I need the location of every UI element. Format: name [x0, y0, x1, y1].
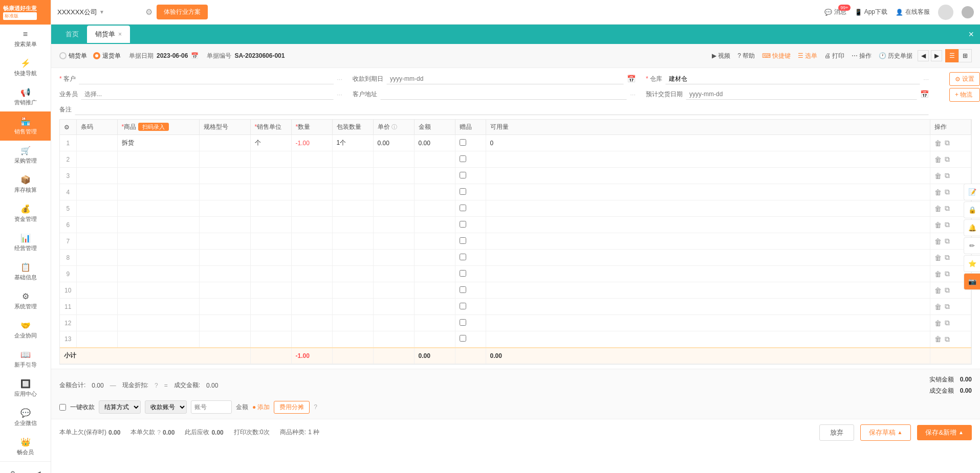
row-amount[interactable] — [414, 151, 455, 168]
row-gift[interactable] — [455, 266, 486, 282]
row-amount[interactable] — [414, 282, 455, 299]
delete-icon[interactable]: 🗑 — [934, 319, 942, 327]
row-amount[interactable] — [414, 250, 455, 266]
row-unit[interactable] — [250, 233, 291, 250]
row-pkg-qty[interactable] — [332, 233, 373, 250]
shortcut-btn[interactable]: ⌨ 快捷键 — [760, 51, 793, 61]
row-barcode[interactable] — [76, 151, 117, 168]
company-selector[interactable]: XXXXXX公司 ▼ — [57, 8, 139, 17]
sidebar-item-system[interactable]: ⚙ 系统管理 — [0, 286, 51, 316]
row-pkg-qty[interactable] — [332, 217, 373, 233]
addr-dots-icon[interactable]: ··· — [630, 91, 636, 98]
row-spec[interactable] — [199, 135, 250, 151]
copy-icon[interactable]: ⧉ — [945, 237, 950, 245]
row-price[interactable] — [373, 233, 414, 250]
row-gift[interactable] — [455, 315, 486, 331]
prev-page-btn[interactable]: ◀ — [918, 50, 929, 61]
copy-icon[interactable]: ⧉ — [945, 335, 950, 344]
save-new-btn[interactable]: 保存&新增 ▲ — [917, 425, 972, 440]
row-barcode[interactable] — [76, 168, 117, 184]
row-pkg-qty[interactable] — [332, 315, 373, 331]
rfloat-lock-btn[interactable]: 🔒 — [964, 201, 980, 218]
row-spec[interactable] — [199, 233, 250, 250]
row-gift[interactable] — [455, 331, 486, 348]
customer-addr-input[interactable] — [380, 88, 627, 100]
row-product[interactable] — [117, 282, 199, 299]
row-qty[interactable] — [291, 233, 332, 250]
delete-icon[interactable]: 🗑 — [934, 188, 942, 196]
row-amount[interactable] — [414, 331, 455, 348]
row-qty[interactable] — [291, 217, 332, 233]
tab-sales-order[interactable]: 销货单 × — [87, 26, 130, 43]
message-btn[interactable]: 💬 消息 99+ — [824, 8, 846, 16]
salesman-input[interactable] — [81, 88, 334, 100]
salesman-dots-icon[interactable]: ··· — [337, 91, 342, 98]
row-gift[interactable] — [455, 184, 486, 200]
row-amount[interactable] — [414, 200, 455, 217]
print-btn[interactable]: 🖨 打印 — [822, 51, 846, 61]
save-draft-btn[interactable]: 保存草稿 ▲ — [860, 424, 911, 441]
row-price[interactable]: 0.00 — [373, 135, 414, 151]
row-unit[interactable] — [250, 200, 291, 217]
row-amount[interactable] — [414, 184, 455, 200]
radio-sales-order[interactable]: 销货单 — [59, 52, 87, 60]
row-barcode[interactable] — [76, 250, 117, 266]
row-amount[interactable] — [414, 299, 455, 315]
row-pkg-qty[interactable] — [332, 200, 373, 217]
row-barcode[interactable] — [76, 331, 117, 348]
customer-input[interactable] — [79, 74, 334, 84]
row-qty[interactable] — [291, 282, 332, 299]
app-download-btn[interactable]: 📱 App下载 — [855, 8, 887, 16]
sidebar-item-purchase[interactable]: 🛒 采购管理 — [0, 141, 51, 170]
add-payment-btn[interactable]: ● 添加 — [252, 403, 270, 412]
warehouse-dots-icon[interactable]: ··· — [923, 75, 929, 83]
row-qty[interactable] — [291, 151, 332, 168]
row-price[interactable] — [373, 331, 414, 348]
rfloat-camera-btn[interactable]: 📷 — [964, 273, 980, 290]
delete-icon[interactable]: 🗑 — [934, 237, 942, 245]
copy-icon[interactable]: ⧉ — [945, 139, 950, 147]
sidebar-item-member[interactable]: 👑 畅会员 — [0, 432, 51, 461]
row-barcode[interactable] — [76, 135, 117, 151]
row-qty[interactable] — [291, 250, 332, 266]
row-unit[interactable] — [250, 315, 291, 331]
row-unit[interactable] — [250, 299, 291, 315]
row-pkg-qty[interactable] — [332, 282, 373, 299]
copy-icon[interactable]: ⧉ — [945, 220, 950, 229]
rfloat-edit-btn[interactable]: ✏ — [964, 237, 980, 254]
row-unit[interactable] — [250, 331, 291, 348]
delete-icon[interactable]: 🗑 — [934, 270, 942, 278]
row-barcode[interactable] — [76, 233, 117, 250]
row-pkg-qty[interactable] — [332, 250, 373, 266]
rfloat-star-btn[interactable]: ⭐ — [964, 255, 980, 272]
row-price[interactable] — [373, 250, 414, 266]
settlement-select[interactable]: 结算方式 — [99, 400, 141, 414]
online-service-btn[interactable]: 👤 在线客服 — [896, 8, 930, 16]
row-qty[interactable]: -1.00 — [291, 135, 332, 151]
operate-btn[interactable]: ⋯ 操作 — [850, 51, 874, 61]
user-avatar2[interactable] — [962, 6, 974, 18]
help-btn[interactable]: ? 帮助 — [735, 51, 757, 61]
copy-icon[interactable]: ⧉ — [945, 286, 950, 295]
history-btn[interactable]: 🕐 历史单据 — [877, 51, 914, 61]
delete-icon[interactable]: 🗑 — [934, 172, 942, 180]
delete-icon[interactable]: 🗑 — [934, 205, 942, 213]
copy-icon[interactable]: ⧉ — [945, 188, 950, 196]
row-product[interactable] — [117, 250, 199, 266]
sidebar-item-wechat[interactable]: 💬 企业微信 — [0, 403, 51, 432]
row-gift[interactable] — [455, 151, 486, 168]
discard-btn[interactable]: 放弃 — [819, 424, 854, 441]
select-btn[interactable]: ☰ 选单 — [796, 51, 819, 61]
row-price[interactable] — [373, 266, 414, 282]
row-gift[interactable] — [455, 299, 486, 315]
row-amount[interactable] — [414, 315, 455, 331]
row-amount[interactable] — [414, 168, 455, 184]
warehouse-input[interactable] — [665, 73, 920, 84]
row-product[interactable] — [117, 233, 199, 250]
row-price[interactable] — [373, 168, 414, 184]
row-amount[interactable] — [414, 266, 455, 282]
row-pkg-qty[interactable] — [332, 168, 373, 184]
row-unit[interactable] — [250, 217, 291, 233]
copy-icon[interactable]: ⧉ — [945, 253, 950, 262]
row-product[interactable] — [117, 299, 199, 315]
